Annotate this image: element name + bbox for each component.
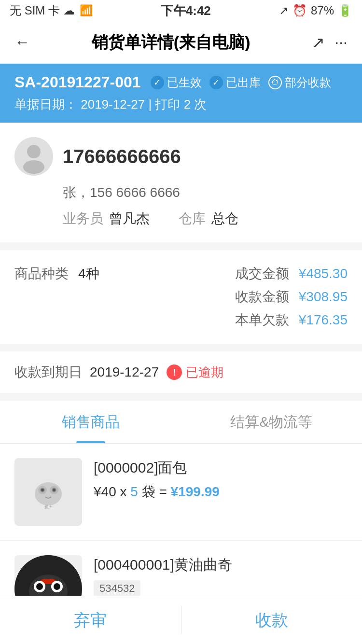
- badge-partial-label: 部分收款: [285, 75, 331, 90]
- page-title: 销货单详情(来自电脑): [92, 31, 251, 54]
- price-x-1: x: [120, 484, 131, 499]
- print-info: | 打印 2 次: [148, 97, 207, 112]
- status-left: 无 SIM 卡 ☁ 📶: [10, 3, 93, 18]
- unit-price-1: ¥40: [94, 484, 116, 499]
- warehouse-value: 总仓: [211, 210, 238, 228]
- more-button[interactable]: ···: [334, 33, 348, 51]
- badge-shipped-label: 已出库: [226, 75, 261, 90]
- due-date-value: 2019-12-27: [90, 364, 159, 380]
- sales-rep-value: 曾凡杰: [109, 210, 150, 228]
- status-bar: 无 SIM 卡 ☁ 📶 下午4:42 ↗ ⏰ 87% 🔋: [0, 0, 362, 21]
- alarm-icon: ⏰: [292, 4, 307, 17]
- svg-point-1: [27, 145, 41, 158]
- product-type-row: 商品种类 4种: [14, 265, 99, 283]
- customer-meta: 业务员 曾凡杰 仓库 总仓: [14, 210, 348, 228]
- deal-amount-row: 成交金额 ¥485.30: [235, 265, 348, 283]
- overdue-icon: !: [167, 364, 182, 380]
- due-amount-value: ¥176.35: [299, 312, 348, 328]
- user-avatar-icon: [14, 137, 53, 176]
- product-code-1: [0000002]: [94, 460, 158, 476]
- check-icon-2: ✓: [209, 76, 223, 89]
- sales-rep-label: 业务员: [63, 210, 103, 228]
- tab-active-indicator: [76, 441, 105, 443]
- received-amount-row: 收款金额 ¥308.95: [235, 288, 348, 306]
- order-date-label: 单据日期：: [14, 97, 77, 112]
- due-amount-row: 本单欠款 ¥176.35: [235, 311, 348, 329]
- product-name-2: [000400001]黄油曲奇: [94, 555, 348, 575]
- nav-right: ↗ ···: [312, 33, 348, 52]
- due-date-label: 收款到期日: [14, 363, 82, 381]
- customer-section: 17666666666 张，156 6666 6666 业务员 曾凡杰 仓库 总…: [0, 123, 362, 242]
- back-button[interactable]: ←: [14, 33, 30, 51]
- badge-partial-payment: ⏱ 部分收款: [268, 75, 331, 90]
- overdue-text: 已逾期: [186, 364, 223, 381]
- svg-point-16: [54, 583, 60, 590]
- qty-1: 5: [130, 484, 138, 499]
- warehouse-label: 仓库: [179, 210, 206, 228]
- tab-sales-products[interactable]: 销售商品: [0, 401, 181, 443]
- product-type-label: 商品种类: [14, 265, 69, 283]
- sales-rep: 业务员 曾凡杰: [63, 210, 150, 228]
- tab-settlement-label: 结算&物流等: [230, 412, 312, 432]
- order-date-row: 单据日期： 2019-12-27 | 打印 2 次: [14, 96, 348, 113]
- product-item: 鱼+ [0000002]面包 ¥40 x 5 袋 = ¥199.99: [0, 444, 362, 541]
- summary-section: 商品种类 4种 成交金额 ¥485.30 收款金额 ¥308.95 本单欠款 ¥…: [0, 250, 362, 344]
- product-title-1: 面包: [158, 460, 187, 476]
- status-right: ↗ ⏰ 87% 🔋: [279, 4, 352, 17]
- product-tag-2: 534532: [94, 580, 140, 597]
- cancel-review-button[interactable]: 弃审: [0, 596, 181, 644]
- collect-payment-button[interactable]: 收款: [181, 596, 362, 644]
- product-image-1: 鱼+: [14, 458, 82, 526]
- sim-status: 无 SIM 卡 ☁: [10, 3, 75, 18]
- due-amount-label: 本单欠款: [235, 311, 289, 329]
- warehouse: 仓库 总仓: [179, 210, 238, 228]
- share-button[interactable]: ↗: [312, 33, 325, 52]
- wifi-icon: 📶: [80, 4, 93, 17]
- svg-point-2: [23, 160, 44, 174]
- product-code-2: [000400001]: [94, 557, 174, 573]
- clock-icon: ⏱: [268, 76, 282, 89]
- location-icon: ↗: [279, 4, 289, 17]
- order-date-value: 2019-12-27: [81, 97, 145, 112]
- total-1: ¥199.99: [171, 484, 220, 499]
- received-amount-label: 收款金额: [235, 288, 289, 306]
- order-id: SA-20191227-001: [14, 73, 141, 91]
- nav-left: ←: [14, 33, 30, 51]
- product-title-2: 黄油曲奇: [174, 557, 232, 573]
- badge-shipped: ✓ 已出库: [209, 75, 261, 90]
- tab-sales-label: 销售商品: [62, 412, 120, 432]
- nav-bar: ← 销货单详情(来自电脑) ↗ ···: [0, 21, 362, 64]
- status-time: 下午4:42: [161, 2, 211, 19]
- tabs-section: 销售商品 结算&物流等: [0, 401, 362, 444]
- owl-icon: 鱼+: [29, 473, 68, 511]
- unit-1: 袋: [142, 484, 155, 499]
- received-amount-value: ¥308.95: [299, 289, 348, 305]
- customer-name-phone: 张，156 6666 6666: [14, 183, 348, 202]
- battery-level: 87%: [311, 4, 334, 17]
- summary-left: 商品种类 4种: [14, 265, 99, 329]
- product-placeholder-1: 鱼+: [14, 458, 82, 526]
- deal-amount-label: 成交金额: [235, 265, 289, 283]
- svg-point-3: [35, 482, 62, 505]
- badge-activated-label: 已生效: [167, 75, 202, 90]
- badge-activated: ✓ 已生效: [151, 75, 202, 90]
- tab-settlement[interactable]: 结算&物流等: [181, 401, 362, 443]
- battery-icon: 🔋: [338, 4, 352, 17]
- price-eq-1: =: [159, 484, 170, 499]
- summary-right: 成交金额 ¥485.30 收款金额 ¥308.95 本单欠款 ¥176.35: [235, 265, 348, 329]
- product-price-1: ¥40 x 5 袋 = ¥199.99: [94, 483, 348, 501]
- due-date-section: 收款到期日 2019-12-27 ! 已逾期: [0, 351, 362, 393]
- product-info-1: [0000002]面包 ¥40 x 5 袋 = ¥199.99: [94, 458, 348, 501]
- product-name-1: [0000002]面包: [94, 458, 348, 478]
- check-icon-1: ✓: [151, 76, 164, 89]
- svg-point-15: [36, 583, 43, 590]
- order-header: SA-20191227-001 ✓ 已生效 ✓ 已出库 ⏱ 部分收款 单据日期：…: [0, 64, 362, 123]
- customer-phone: 17666666666: [63, 146, 181, 168]
- bottom-bar: 弃审 收款: [0, 596, 362, 644]
- svg-point-8: [41, 489, 44, 491]
- svg-point-9: [53, 489, 56, 491]
- status-badges: ✓ 已生效 ✓ 已出库 ⏱ 部分收款: [151, 75, 331, 90]
- overdue-badge: ! 已逾期: [167, 364, 223, 381]
- avatar: [14, 137, 53, 176]
- deal-amount-value: ¥485.30: [299, 266, 348, 281]
